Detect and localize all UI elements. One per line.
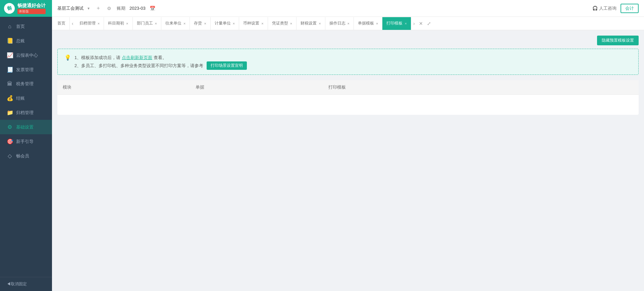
tab-close-singleform[interactable]: × [376,21,378,26]
tab-printtemplate[interactable]: 打印模板 × [382,17,411,30]
notice-refresh-link[interactable]: 点击刷新新页面 [122,54,152,61]
hide-template-button[interactable]: 隐藏预置模板设置 [597,36,639,45]
tab-expand-button[interactable]: ⤢ [425,17,433,30]
nav-icon-archive: 📁 [7,109,13,116]
tab-close-subject[interactable]: × [126,21,128,26]
sidebar-item-invoice[interactable]: 🧾发票管理 [0,62,52,77]
sidebar-item-checkout[interactable]: 💰结账 [0,91,52,105]
nav-label-reports: 云报表中心 [16,52,38,58]
logo-text: 畅捷通好会计 体验版 [17,3,46,14]
col-form: 单据 [190,80,323,94]
tab-home[interactable]: 首页 [53,17,70,30]
sidebar-nav: ⌂首页📒总账📈云报表中心🧾发票管理🏛税务管理💰结账📁归档管理⚙基础设置🎯新手引导… [0,17,52,277]
tab-unit[interactable]: 计量单位 × [211,17,239,30]
nav-icon-reports: 📈 [7,52,13,58]
tab-label-voucher: 凭证类型 [272,20,288,26]
headset-icon: 🎧 [592,6,598,11]
add-tab-button[interactable]: ＋ [94,4,103,12]
tab-oplog[interactable]: 操作日志 × [325,17,354,30]
close-all-icon: ✕ [419,21,423,26]
tab-subject[interactable]: 科目期初 × [104,17,132,30]
nav-label-invoice: 发票管理 [16,67,34,73]
tab-taxset[interactable]: 财税设置 × [297,17,325,30]
sidebar: 畅 畅捷通好会计 体验版 ⌂首页📒总账📈云报表中心🧾发票管理🏛税务管理💰结账📁归… [0,0,52,291]
col-module: 模块 [57,80,190,94]
tab-partner[interactable]: 往来单位 × [161,17,190,30]
tab-dept[interactable]: 部门员工 × [133,17,161,30]
nav-label-settings: 基础设置 [16,124,34,130]
sidebar-unpin[interactable]: ◀取消固定 [0,277,52,291]
notice-line2-prefix: 2、多员工、多打印机、多种业务类型设置不同打印方案等，请参考 [74,62,203,69]
sidebar-item-ledger[interactable]: 📒总账 [0,34,52,48]
top-header: 基层工会测试 ▾ ＋ ⚙ 账期 2023-03 📅 🎧 人工咨询 会计 [52,0,644,17]
tab-close-printtemplate[interactable]: × [405,21,407,26]
company-dropdown-icon[interactable]: ▾ [88,6,90,11]
tab-close-unit[interactable]: × [233,21,235,26]
nav-icon-ledger: 📒 [7,38,13,44]
sidebar-item-settings[interactable]: ⚙基础设置 [0,120,52,134]
tab-label-inventory: 存货 [194,20,202,26]
tab-close-partner[interactable]: × [183,21,185,26]
tab-label-dept: 部门员工 [137,20,153,26]
tab-close-inventory[interactable]: × [204,21,206,26]
tab-nav-prev[interactable]: ‹ [70,17,75,30]
period-label: 账期 [117,5,125,11]
tab-close-archive[interactable]: × [98,21,100,26]
notice-content: 1、模板添加成功后，请 点击刷新新页面 查看。 2、多员工、多打印机、多种业务类… [74,54,632,70]
calendar-icon[interactable]: 📅 [150,6,155,11]
tab-nav-next[interactable]: › [411,17,417,30]
tab-close-taxset[interactable]: × [319,21,321,26]
tab-label-taxset: 财税设置 [301,20,317,26]
settings-gear-icon[interactable]: ⚙ [107,6,111,11]
sidebar-item-archive[interactable]: 📁归档管理 [0,105,52,120]
nav-icon-home: ⌂ [7,23,13,30]
tab-label-singleform: 单据模板 [358,20,374,26]
notice-line-2: 2、多员工、多打印机、多种业务类型设置不同打印方案等，请参考 打印场景设置宣明 [74,61,632,70]
tab-currency[interactable]: 币种设置 × [239,17,268,30]
sidebar-item-reports[interactable]: 📈云报表中心 [0,48,52,62]
table-body [57,95,639,115]
tab-bar: 首页‹归档管理 ×科目期初 ×部门员工 ×往来单位 ×存货 ×计量单位 ×币种设… [52,17,644,30]
tab-label-archive: 归档管理 [79,20,96,26]
tab-label-oplog: 操作日志 [329,20,345,26]
user-role-button[interactable]: 会计 [621,4,639,13]
tab-close-oplog[interactable]: × [347,21,350,26]
tab-close-all-button[interactable]: ✕ [417,17,425,30]
customer-service-label: 人工咨询 [599,5,616,11]
logo-icon: 畅 [4,3,15,14]
tab-close-dept[interactable]: × [155,21,157,26]
nav-label-ledger: 总账 [16,38,25,44]
tab-label-printtemplate: 打印模板 [386,20,402,26]
nav-label-member: 畅会员 [16,153,29,159]
action-bar: 隐藏预置模板设置 [57,36,639,45]
notice-lightbulb-icon: 💡 [64,54,71,61]
tab-voucher[interactable]: 凭证类型 × [268,17,297,30]
sidebar-item-tax[interactable]: 🏛税务管理 [0,77,52,91]
customer-service-btn[interactable]: 🎧 人工咨询 [592,5,616,11]
print-template-table: 模块 单据 打印模板 [57,80,639,115]
tab-inventory[interactable]: 存货 × [190,17,210,30]
sidebar-item-guide[interactable]: 🎯新手引导 [0,134,52,149]
tab-label-unit: 计量单位 [215,20,231,26]
nav-icon-tax: 🏛 [7,81,13,87]
tab-label-currency: 币种设置 [243,20,259,26]
tab-archive[interactable]: 归档管理 × [75,17,104,30]
nav-label-archive: 归档管理 [16,110,34,116]
nav-label-home: 首页 [16,23,25,30]
print-scene-button[interactable]: 打印场景设置宣明 [207,61,247,70]
unpin-label: ◀取消固定 [7,281,27,287]
tab-close-currency[interactable]: × [261,21,263,26]
tab-label-subject: 科目期初 [108,20,124,26]
sidebar-item-home[interactable]: ⌂首页 [0,19,52,34]
expand-icon: ⤢ [427,21,431,26]
col-template: 打印模板 [323,80,639,94]
period-value: 2023-03 [129,6,146,11]
nav-label-checkout: 结账 [16,95,25,101]
nav-label-tax: 税务管理 [16,81,34,87]
info-notice: 💡 1、模板添加成功后，请 点击刷新新页面 查看。 2、多员工、多打印机、多种业… [57,49,639,75]
tab-singleform[interactable]: 单据模板 × [354,17,382,30]
sidebar-item-member[interactable]: ◇畅会员 [0,149,52,163]
nav-icon-checkout: 💰 [7,95,13,101]
tab-close-voucher[interactable]: × [290,21,292,26]
header-right: 🎧 人工咨询 会计 [592,4,639,13]
